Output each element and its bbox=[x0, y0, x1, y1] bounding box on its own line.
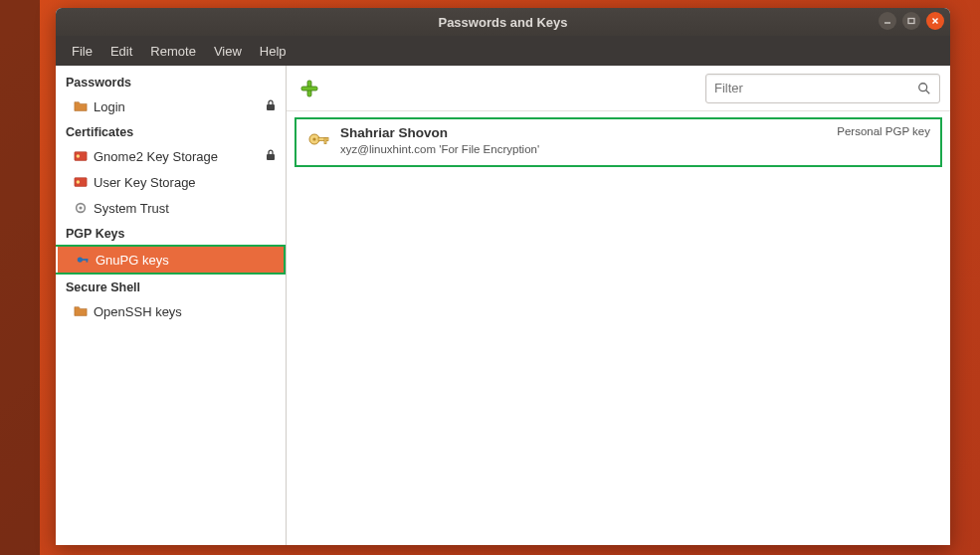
sidebar-item-user-key-storage[interactable]: User Key Storage bbox=[56, 169, 286, 195]
main-pane: Shahriar Shovon xyz@linuxhint.com 'For F… bbox=[287, 66, 950, 545]
menu-file[interactable]: File bbox=[64, 40, 100, 63]
cert-icon bbox=[74, 149, 88, 163]
sidebar-item-label: OpenSSH keys bbox=[94, 304, 182, 319]
add-button[interactable] bbox=[296, 76, 322, 101]
sidebar-item-gnupg[interactable]: GnuPG keys bbox=[58, 247, 284, 273]
menu-remote[interactable]: Remote bbox=[142, 40, 204, 63]
app-body: Passwords Login Certificates Gnome2 Key … bbox=[56, 66, 950, 545]
svg-point-17 bbox=[919, 83, 927, 91]
sidebar-item-label: GnuPG keys bbox=[96, 253, 169, 268]
key-tag: Personal PGP key bbox=[837, 125, 930, 137]
svg-rect-21 bbox=[324, 138, 326, 144]
maximize-button[interactable] bbox=[902, 12, 920, 30]
sidebar-header-pgp: PGP Keys bbox=[56, 221, 286, 245]
svg-point-11 bbox=[79, 206, 82, 209]
titlebar[interactable]: Passwords and Keys bbox=[56, 8, 950, 36]
app-window: Passwords and Keys File Edit Remote View… bbox=[56, 8, 950, 545]
key-row[interactable]: Shahriar Shovon xyz@linuxhint.com 'For F… bbox=[294, 117, 942, 167]
folder-icon bbox=[74, 304, 88, 318]
key-text: Shahriar Shovon xyz@linuxhint.com 'For F… bbox=[340, 125, 827, 157]
sidebar-highlight-box: GnuPG keys bbox=[56, 245, 286, 275]
sidebar-item-system-trust[interactable]: System Trust bbox=[56, 195, 286, 221]
key-subtitle: xyz@linuxhint.com 'For File Encryption' bbox=[340, 142, 827, 157]
cert-icon bbox=[74, 175, 88, 189]
launcher-dock bbox=[0, 0, 40, 555]
lock-icon bbox=[266, 149, 276, 164]
sidebar-item-label: System Trust bbox=[94, 201, 169, 216]
svg-point-9 bbox=[77, 180, 81, 184]
svg-rect-16 bbox=[301, 87, 317, 91]
menu-help[interactable]: Help bbox=[252, 40, 294, 63]
sidebar: Passwords Login Certificates Gnome2 Key … bbox=[56, 66, 287, 545]
sidebar-header-certificates: Certificates bbox=[56, 119, 286, 143]
menu-view[interactable]: View bbox=[206, 40, 250, 63]
svg-rect-1 bbox=[908, 19, 914, 24]
plus-icon bbox=[299, 79, 319, 98]
svg-rect-14 bbox=[87, 259, 89, 263]
window-controls bbox=[879, 12, 944, 30]
menu-edit[interactable]: Edit bbox=[102, 40, 140, 63]
lock-icon bbox=[266, 99, 276, 114]
svg-point-22 bbox=[312, 137, 315, 140]
menubar: File Edit Remote View Help bbox=[56, 36, 950, 66]
key-icon bbox=[76, 253, 90, 267]
minimize-button[interactable] bbox=[879, 12, 896, 30]
svg-rect-20 bbox=[318, 138, 328, 141]
toolbar bbox=[287, 66, 950, 111]
sidebar-item-openssh[interactable]: OpenSSH keys bbox=[56, 298, 286, 324]
sidebar-item-label: Login bbox=[94, 99, 125, 114]
search-icon bbox=[917, 82, 931, 95]
folder-icon bbox=[74, 99, 88, 113]
gear-icon bbox=[74, 201, 88, 215]
svg-point-6 bbox=[77, 154, 81, 158]
sidebar-item-label: Gnome2 Key Storage bbox=[94, 149, 218, 164]
sidebar-item-login[interactable]: Login bbox=[56, 93, 286, 119]
pgp-key-icon bbox=[306, 128, 330, 150]
sidebar-item-gnome2[interactable]: Gnome2 Key Storage bbox=[56, 143, 286, 169]
key-title: Shahriar Shovon bbox=[340, 125, 827, 142]
window-title: Passwords and Keys bbox=[438, 15, 567, 30]
filter-box[interactable] bbox=[705, 74, 940, 103]
sidebar-header-passwords: Passwords bbox=[56, 70, 286, 93]
svg-rect-4 bbox=[267, 104, 275, 110]
key-list: Shahriar Shovon xyz@linuxhint.com 'For F… bbox=[287, 111, 950, 173]
close-button[interactable] bbox=[926, 12, 944, 30]
filter-input[interactable] bbox=[714, 81, 917, 95]
sidebar-header-ssh: Secure Shell bbox=[56, 275, 286, 298]
svg-rect-7 bbox=[267, 154, 275, 160]
svg-line-18 bbox=[926, 90, 930, 93]
sidebar-item-label: User Key Storage bbox=[94, 175, 196, 190]
